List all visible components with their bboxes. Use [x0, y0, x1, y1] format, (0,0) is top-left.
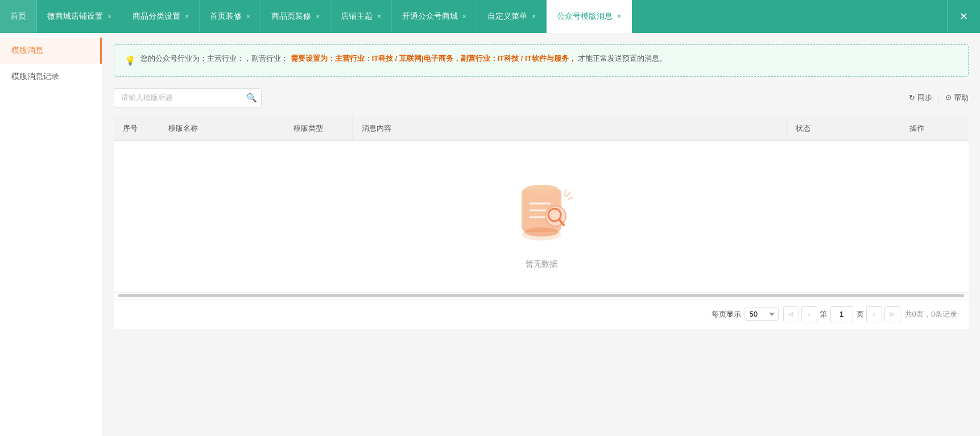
svg-line-10	[568, 198, 573, 199]
sidebar-item-template-record-label: 模版消息记录	[11, 72, 59, 81]
sidebar-item-template-msg[interactable]: 模版消息	[0, 38, 102, 64]
search-input-wrap: 🔍	[114, 88, 262, 107]
svg-point-2	[524, 227, 559, 236]
empty-illustration	[505, 175, 578, 249]
page-last-button[interactable]: ⊳	[884, 306, 900, 322]
tab-shop-settings-close[interactable]: ×	[107, 13, 111, 20]
th-type: 模版类型	[284, 117, 353, 140]
action-divider: |	[938, 93, 940, 102]
page-nav: ⊲ ‹ 第 页 › ⊳	[783, 306, 900, 322]
th-name: 模版名称	[159, 117, 284, 140]
main-layout: 模版消息 模版消息记录 💡 您的公众号行业为：主营行业：，副营行业： 需要设置为…	[0, 33, 980, 436]
scrollbar-track	[118, 294, 964, 297]
sidebar-item-template-msg-label: 模版消息	[11, 45, 43, 55]
scrollbar-area[interactable]	[114, 292, 969, 299]
page-size-label: 每页显示	[712, 309, 741, 319]
tab-store-theme[interactable]: 店铺主题 ×	[330, 0, 392, 33]
notice-box: 💡 您的公众号行业为：主营行业：，副营行业： 需要设置为：主营行业：IT科技 /…	[114, 44, 969, 77]
notice-icon: 💡	[125, 53, 136, 68]
tab-product-decor[interactable]: 商品页装修 ×	[261, 0, 330, 33]
tab-product-decor-close[interactable]: ×	[316, 13, 320, 20]
table-header: 序号 模版名称 模版类型 消息内容 状态 操作	[114, 117, 969, 141]
page-size-dropdown[interactable]: 10 20 50 100	[745, 308, 779, 321]
tab-open-mall-close[interactable]: ×	[462, 13, 466, 20]
search-actions: ↻ 同步 | ⊙ 帮助	[909, 93, 969, 103]
svg-point-1	[524, 185, 559, 194]
page-current-wrap: 第 页	[820, 306, 864, 322]
tab-store-theme-close[interactable]: ×	[377, 13, 381, 20]
help-icon: ⊙	[945, 93, 952, 102]
page-label: 第	[820, 309, 827, 319]
tab-store-theme-label: 店铺主题	[341, 11, 373, 22]
tab-bar: 首页 微商城店铺设置 × 商品分类设置 × 首页装修 × 商品页装修 × 店铺主…	[0, 0, 980, 33]
tab-shop-settings-label: 微商城店铺设置	[47, 11, 103, 22]
tab-custom-menu-close[interactable]: ×	[532, 13, 536, 20]
tab-custom-menu-label: 自定义菜单	[487, 11, 527, 22]
tab-template-message[interactable]: 公众号模版消息 ×	[547, 0, 632, 33]
sidebar: 模版消息 模版消息记录	[0, 33, 102, 436]
tab-template-message-label: 公众号模版消息	[557, 11, 613, 22]
page-prev-button[interactable]: ‹	[801, 306, 817, 322]
page-unit: 页	[857, 309, 864, 319]
sidebar-item-template-record[interactable]: 模版消息记录	[0, 64, 102, 90]
tab-shop-settings[interactable]: 微商城店铺设置 ×	[37, 0, 122, 33]
th-content: 消息内容	[353, 117, 787, 140]
tab-category-settings-label: 商品分类设置	[133, 11, 180, 22]
page-size-select: 每页显示 10 20 50 100	[712, 308, 779, 321]
tab-home[interactable]: 首页	[0, 0, 37, 33]
page-total: 共0页，0条记录	[905, 309, 957, 319]
sync-label: 同步	[917, 93, 932, 103]
notice-suffix: 才能正常发送预置的消息。	[578, 54, 667, 63]
tab-category-settings[interactable]: 商品分类设置 ×	[122, 0, 200, 33]
sync-icon: ↻	[909, 93, 915, 102]
tab-product-decor-label: 商品页装修	[271, 11, 311, 22]
empty-text: 暂无数据	[526, 259, 557, 269]
tab-template-message-close[interactable]: ×	[617, 13, 621, 20]
sync-button[interactable]: ↻ 同步	[909, 93, 932, 103]
scrollbar-thumb[interactable]	[118, 294, 964, 297]
page-next-button[interactable]: ›	[866, 306, 882, 322]
th-seq: 序号	[114, 117, 159, 140]
th-status: 状态	[787, 117, 900, 140]
help-label: 帮助	[954, 93, 969, 103]
search-icon[interactable]: 🔍	[246, 93, 257, 103]
svg-line-9	[566, 193, 570, 197]
notice-highlight: 需要设置为：主营行业：IT科技 / 互联网|电子商务，副营行业：IT科技 / I…	[291, 54, 576, 63]
notice-prefix: 您的公众号行业为：主营行业：，副营行业：	[140, 54, 288, 63]
tab-category-settings-close[interactable]: ×	[185, 13, 189, 20]
data-table: 序号 模版名称 模版类型 消息内容 状态 操作	[114, 117, 969, 329]
tab-homepage-decor[interactable]: 首页装修 ×	[200, 0, 261, 33]
page-first-button[interactable]: ⊲	[783, 306, 799, 322]
pagination: 每页显示 10 20 50 100 ⊲ ‹ 第 页	[114, 299, 969, 329]
tab-homepage-decor-close[interactable]: ×	[246, 13, 250, 20]
tab-open-mall-label: 开通公众号商城	[402, 11, 458, 22]
search-input[interactable]	[114, 88, 262, 107]
th-action: 操作	[900, 117, 969, 140]
help-button[interactable]: ⊙ 帮助	[945, 93, 969, 103]
content-area: 💡 您的公众号行业为：主营行业：，副营行业： 需要设置为：主营行业：IT科技 /…	[102, 33, 980, 436]
tab-home-label: 首页	[10, 11, 26, 22]
tab-open-mall[interactable]: 开通公众号商城 ×	[392, 0, 477, 33]
svg-line-11	[565, 190, 566, 195]
notice-text: 您的公众号行业为：主营行业：，副营行业： 需要设置为：主营行业：IT科技 / 互…	[140, 53, 667, 65]
global-close-button[interactable]: ✕	[947, 0, 980, 33]
tab-custom-menu[interactable]: 自定义菜单 ×	[477, 0, 547, 33]
tab-homepage-decor-label: 首页装修	[210, 11, 242, 22]
search-bar: 🔍 ↻ 同步 | ⊙ 帮助	[114, 88, 969, 107]
page-input[interactable]	[830, 306, 853, 322]
empty-state: 暂无数据	[114, 141, 969, 292]
